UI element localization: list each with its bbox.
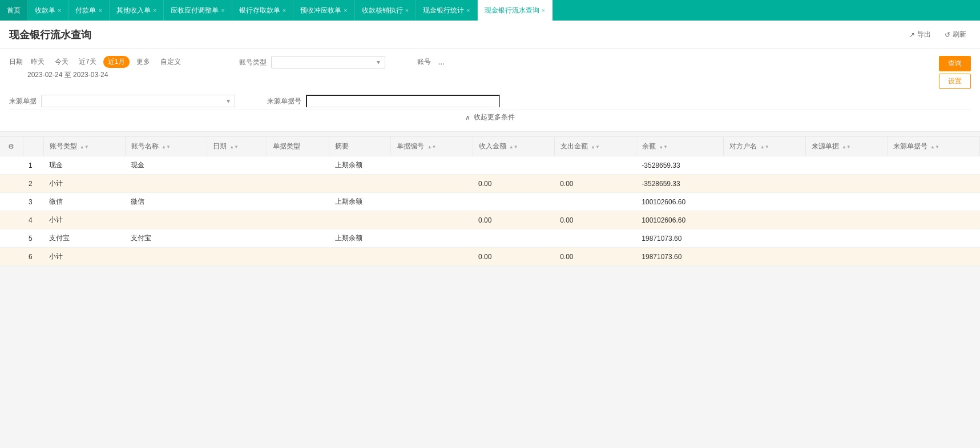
expense-cell <box>554 229 636 248</box>
nav-item-payments[interactable]: 付款单 × <box>68 0 109 21</box>
summary-cell <box>329 248 391 266</box>
row-index: 4 <box>23 211 43 229</box>
source-doc-cell <box>805 156 887 175</box>
close-icon[interactable]: × <box>221 7 224 14</box>
table-settings-header[interactable]: ⚙ <box>0 137 23 156</box>
nav-item-receipts[interactable]: 收款单 × <box>28 0 68 21</box>
account-name-cell: 现金 <box>125 156 207 175</box>
close-icon[interactable]: × <box>405 7 409 14</box>
col-balance[interactable]: 余额 ▲▼ <box>636 137 724 156</box>
chevron-down-icon: ▾ <box>377 58 380 66</box>
source-doc-cell <box>805 175 887 193</box>
expense-cell <box>554 193 636 211</box>
date-btn-7days[interactable]: 近7天 <box>75 56 100 68</box>
doc-no-cell <box>391 229 473 248</box>
close-icon[interactable]: × <box>283 7 286 14</box>
table-container: ⚙ 账号类型 ▲▼ 账号名称 ▲▼ 日期 ▲▼ 单据类型 摘要 单 <box>0 136 980 266</box>
date-btn-today[interactable]: 今天 <box>51 56 72 68</box>
nav-item-adjustment[interactable]: 应收应付调整单 × <box>164 0 232 21</box>
close-icon[interactable]: × <box>98 7 102 14</box>
date-cell <box>207 193 267 211</box>
account-name-cell <box>125 248 207 266</box>
collapse-filters-button[interactable]: ∧ 收起更多条件 <box>9 110 971 124</box>
sort-icon: ▲▼ <box>591 145 600 150</box>
table-row: 6小计0.000.0019871073.60 <box>0 248 980 266</box>
source-doc-cell <box>805 193 887 211</box>
expense-cell: 0.00 <box>554 175 636 193</box>
query-button[interactable]: 查询 <box>939 56 971 71</box>
col-income[interactable]: 收入金额 ▲▼ <box>473 137 554 156</box>
date-btn-yesterday[interactable]: 昨天 <box>27 56 48 68</box>
col-doc-no[interactable]: 单据编号 ▲▼ <box>391 137 473 156</box>
close-icon[interactable]: × <box>542 7 545 14</box>
date-range-display: 2023-02-24 至 2023-03-24 <box>27 71 108 79</box>
data-table: ⚙ 账号类型 ▲▼ 账号名称 ▲▼ 日期 ▲▼ 单据类型 摘要 单 <box>0 136 980 266</box>
action-buttons: 查询 设置 <box>939 56 971 89</box>
table-row: 4小计0.000.00100102606.60 <box>0 211 980 229</box>
col-source-doc-no[interactable]: 来源单据号 ▲▼ <box>887 137 979 156</box>
nav-item-other-income[interactable]: 其他收入单 × <box>110 0 164 21</box>
doc-no-cell <box>391 211 473 229</box>
source-doc-cell <box>805 248 887 266</box>
summary-cell <box>329 175 391 193</box>
col-account-name[interactable]: 账号名称 ▲▼ <box>125 137 207 156</box>
col-doc-type: 单据类型 <box>267 137 329 156</box>
nav-item-statistics[interactable]: 现金银行统计 × <box>416 0 477 21</box>
account-name-cell: 微信 <box>125 193 207 211</box>
balance-cell: 19871073.60 <box>636 229 724 248</box>
date-btn-more[interactable]: 更多 <box>133 56 154 68</box>
nav-home[interactable]: 首页 <box>0 0 28 21</box>
refresh-button[interactable]: ↺ 刷新 <box>940 27 971 42</box>
account-dots-button[interactable]: ... <box>435 56 447 67</box>
doc-no-cell <box>391 156 473 175</box>
row-index: 1 <box>23 156 43 175</box>
account-label: 账号 <box>417 57 431 67</box>
row-index: 6 <box>23 248 43 266</box>
date-label: 日期 <box>9 57 23 67</box>
close-icon[interactable]: × <box>466 7 470 14</box>
account-name-cell: 支付宝 <box>125 229 207 248</box>
summary-cell: 上期余额 <box>329 156 391 175</box>
date-btn-1month[interactable]: 近1月 <box>103 56 130 68</box>
counterpart-cell <box>724 211 805 229</box>
col-expense[interactable]: 支出金额 ▲▼ <box>554 137 636 156</box>
header-actions: ↗ 导出 ↺ 刷新 <box>905 27 971 42</box>
chevron-up-icon: ∧ <box>465 114 470 122</box>
account-type-cell: 小计 <box>43 211 125 229</box>
nav-item-bank-deposit[interactable]: 银行存取款单 × <box>232 0 293 21</box>
top-nav: 首页 收款单 × 付款单 × 其他收入单 × 应收应付调整单 × 银行存取款单 … <box>0 0 980 21</box>
refresh-icon: ↺ <box>945 31 950 39</box>
account-type-cell: 支付宝 <box>43 229 125 248</box>
gear-icon[interactable]: ⚙ <box>8 143 14 151</box>
col-counterpart[interactable]: 对方户名 ▲▼ <box>724 137 805 156</box>
nav-item-cashflow[interactable]: 现金银行流水查询 × <box>478 0 552 21</box>
col-account-type[interactable]: 账号类型 ▲▼ <box>43 137 125 156</box>
nav-item-verification[interactable]: 收款核销执行 × <box>355 0 416 21</box>
source-doc-no-input[interactable] <box>306 95 500 107</box>
date-shortcuts: 昨天 今天 近7天 近1月 更多 自定义 <box>27 56 184 68</box>
close-icon[interactable]: × <box>153 7 156 14</box>
settings-button[interactable]: 设置 <box>939 74 971 89</box>
account-type-cell: 小计 <box>43 248 125 266</box>
income-cell: 0.00 <box>473 248 554 266</box>
source-doc-no-cell <box>887 175 979 193</box>
page-header: 现金银行流水查询 ↗ 导出 ↺ 刷新 <box>0 21 980 49</box>
account-name-cell <box>125 175 207 193</box>
account-type-cell: 微信 <box>43 193 125 211</box>
source-doc-no-cell <box>887 193 979 211</box>
source-doc-select[interactable]: ▾ <box>41 95 235 107</box>
col-source-doc[interactable]: 来源单据 ▲▼ <box>805 137 887 156</box>
date-btn-custom[interactable]: 自定义 <box>157 56 184 68</box>
row-index: 3 <box>23 193 43 211</box>
chevron-down-icon-2: ▾ <box>227 97 230 105</box>
close-icon[interactable]: × <box>344 7 347 14</box>
export-button[interactable]: ↗ 导出 <box>905 27 935 42</box>
col-date[interactable]: 日期 ▲▼ <box>207 137 267 156</box>
account-type-select[interactable]: ▾ <box>271 56 385 68</box>
close-icon[interactable]: × <box>58 7 61 14</box>
doc-no-cell <box>391 193 473 211</box>
sort-icon: ▲▼ <box>659 145 668 150</box>
doc-type-cell <box>267 175 329 193</box>
sort-icon: ▲▼ <box>428 145 437 150</box>
nav-item-advance[interactable]: 预收冲应收单 × <box>293 0 354 21</box>
